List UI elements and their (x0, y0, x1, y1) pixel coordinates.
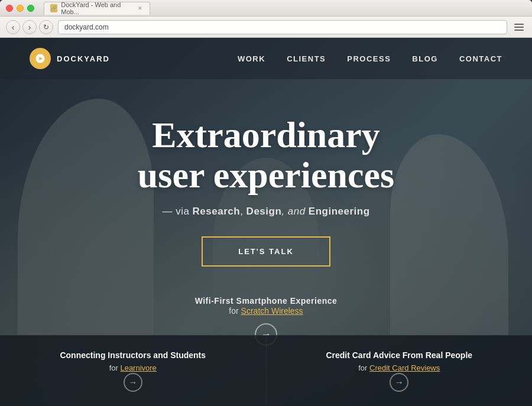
bottom-card-learnivore: Connecting Instructors and Students for … (0, 335, 267, 406)
nav-item-clients[interactable]: CLIENTS (287, 54, 326, 63)
hero-headline-line1: Extraordinary (152, 115, 380, 155)
address-text: dockyard.com (64, 23, 109, 31)
browser-refresh-button[interactable]: ↻ (39, 20, 53, 34)
website-content: DOCKYARD WORK CLIENTS PROCESS BLOG CONTA… (0, 38, 532, 406)
creditcard-for-text: for (358, 363, 369, 372)
browser-tab-active[interactable]: 🔗 DockYard - Web and Mob... ✕ (44, 2, 150, 15)
menu-line (514, 30, 524, 31)
nav-item-contact[interactable]: CONTACT (459, 54, 502, 63)
nav-item-work[interactable]: WORK (238, 54, 265, 63)
tab-close-button[interactable]: ✕ (137, 4, 144, 12)
menu-line (514, 27, 524, 28)
bottom-card-learnivore-title: Connecting Instructors and Students (60, 350, 206, 360)
hero-section: Extraordinary user experiences — via Res… (0, 79, 532, 267)
hero-headline-line2: user experiences (138, 155, 394, 195)
case-study-for: for Scratch Wireless (0, 306, 532, 316)
learnivore-link[interactable]: Learnivore (120, 363, 156, 372)
browser-forward-button[interactable]: › (22, 20, 37, 34)
bottom-card-learnivore-for: for Learnivore (109, 362, 157, 373)
subtext-design: Design (246, 206, 282, 217)
subtext-and: , and (281, 206, 309, 217)
subtext-research: Research (193, 206, 241, 217)
subtext-prefix: — via (162, 206, 192, 217)
case-study-title-text: Wifi-First Smartphone Experience (195, 296, 338, 306)
nav-item-process[interactable]: PROCESS (347, 54, 391, 63)
subtext-comma1: , (240, 206, 246, 217)
cta-button[interactable]: LET'S TALK (202, 236, 330, 267)
tab-title-text: DockYard - Web and Mob... (61, 1, 131, 15)
bottom-card-creditcard-for: for Credit Card Reviews (358, 362, 440, 373)
tab-favicon: 🔗 (50, 4, 57, 12)
close-window-button[interactable] (6, 5, 13, 12)
learnivore-arrow-button[interactable]: → (124, 373, 142, 392)
fullscreen-window-button[interactable] (27, 5, 34, 12)
bottom-card-creditcard-title: Credit Card Advice From Real People (326, 350, 472, 360)
browser-back-button[interactable]: ‹ (6, 20, 20, 34)
learnivore-for-text: for (109, 363, 121, 372)
logo-svg (34, 53, 46, 64)
browser-nav-buttons: ‹ › ↻ (6, 20, 53, 34)
bottom-card-creditcard: Credit Card Advice From Real People for … (267, 335, 533, 406)
minimize-window-button[interactable] (17, 5, 24, 12)
case-study-for-text: for (229, 306, 241, 316)
creditcard-arrow-button[interactable]: → (390, 373, 408, 392)
hero-subtext: — via Research, Design, and Engineering (162, 206, 369, 217)
logo-text: DOCKYARD (57, 54, 110, 63)
bottom-cards-section: Connecting Instructors and Students for … (0, 335, 532, 406)
browser-menu-button[interactable] (512, 20, 526, 34)
case-study-link[interactable]: Scratch Wireless (241, 306, 303, 316)
subtext-engineering: Engineering (309, 206, 370, 217)
menu-line (514, 24, 524, 25)
browser-window: 🔗 DockYard - Web and Mob... ✕ ‹ › ↻ dock… (0, 0, 532, 38)
case-study-title: Wifi-First Smartphone Experience (0, 296, 532, 306)
site-header: DOCKYARD WORK CLIENTS PROCESS BLOG CONTA… (0, 38, 532, 79)
creditcard-link[interactable]: Credit Card Reviews (369, 363, 440, 372)
creditcard-arrow-icon: → (395, 377, 404, 387)
logo-icon (30, 48, 51, 69)
traffic-lights (6, 5, 34, 12)
browser-toolbar: ‹ › ↻ dockyard.com (0, 17, 532, 38)
hero-headline: Extraordinary user experiences (138, 115, 394, 195)
site-logo[interactable]: DOCKYARD (30, 48, 110, 69)
browser-address-bar[interactable]: dockyard.com (58, 20, 507, 34)
browser-tabs: 🔗 DockYard - Web and Mob... ✕ (44, 2, 526, 15)
nav-item-blog[interactable]: BLOG (412, 54, 438, 63)
site-nav: WORK CLIENTS PROCESS BLOG CONTACT (238, 54, 502, 63)
learnivore-arrow-icon: → (128, 377, 137, 387)
browser-titlebar: 🔗 DockYard - Web and Mob... ✕ (0, 0, 532, 17)
